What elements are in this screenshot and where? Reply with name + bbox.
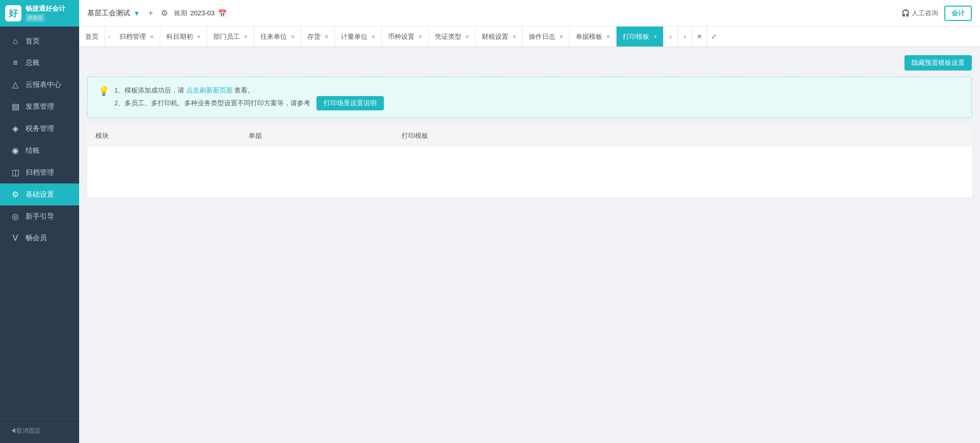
tab-dept[interactable]: 部门员工 ×	[207, 27, 254, 46]
page-content: 隐藏预置模板设置 💡 1、模板添加成功后，请 点击刷新新页面 查看。 2、多员工…	[79, 47, 980, 443]
info-line2-prefix: 2、多员工、多打印机、多种业务类型设置不同打印方案等，请参考	[114, 99, 310, 107]
kuaiji-button[interactable]: 会计	[944, 6, 972, 21]
lightbulb-icon: 💡	[98, 85, 109, 97]
topbar: 基层工会测试 ▼ ＋ ⚙ 账期 2023-03 📅 🎧 人工咨询 会计	[79, 0, 980, 27]
sidebar-item-reports[interactable]: △ 云报表中心	[0, 74, 79, 96]
info-line1-suffix: 查看。	[234, 86, 254, 94]
sidebar-item-label-invoice: 发票管理	[26, 102, 54, 111]
tab-tax-settings[interactable]: 财税设置 ×	[476, 27, 523, 46]
tab-voucher-type[interactable]: 凭证类型 ×	[429, 27, 476, 46]
tab-currency-close[interactable]: ×	[419, 33, 422, 40]
sidebar-item-archive[interactable]: ◫ 归档管理	[0, 161, 79, 183]
calendar-icon[interactable]: 📅	[218, 9, 227, 17]
settings-icon: ⚙	[10, 190, 20, 199]
sidebar-item-home[interactable]: ⌂ 首页	[0, 31, 79, 52]
hide-settings-button[interactable]: 隐藏预置模板设置	[904, 55, 972, 71]
sidebar-item-guide[interactable]: ◎ 新手引导	[0, 205, 79, 227]
service-button[interactable]: 🎧 人工咨询	[901, 9, 938, 18]
sidebar-nav: ⌂ 首页 ≡ 总账 △ 云报表中心 ▤ 发票管理 ◈ 税务管理 ◉ 结账 ◫ 归…	[0, 27, 79, 418]
logo-badge: 旗舰版	[26, 14, 45, 22]
company-settings-icon[interactable]: ⚙	[161, 8, 168, 18]
tab-scroll-left[interactable]: ‹	[664, 27, 678, 46]
tab-subject[interactable]: 科目期初 ×	[160, 27, 207, 46]
info-box: 💡 1、模板添加成功后，请 点击刷新新页面 查看。 2、多员工、多打印机、多种业…	[87, 77, 972, 118]
table-body	[87, 146, 972, 197]
tab-subject-label: 科目期初	[166, 32, 193, 41]
tab-archive[interactable]: 归档管理 ×	[113, 27, 160, 46]
tab-archive-label: 归档管理	[119, 32, 146, 41]
add-company-button[interactable]: ＋	[146, 8, 155, 18]
tab-subject-close[interactable]: ×	[197, 33, 201, 40]
tab-print-template[interactable]: 打印模板 ×	[617, 27, 664, 46]
member-icon: V	[10, 234, 20, 243]
period-label: 账期	[174, 9, 187, 18]
tax-icon: ◈	[10, 124, 20, 133]
home-icon: ⌂	[10, 37, 20, 46]
tab-home-label: 首页	[85, 32, 99, 41]
refresh-link[interactable]: 点击刷新新页面	[186, 86, 233, 94]
info-content: 1、模板添加成功后，请 点击刷新新页面 查看。 2、多员工、多打印机、多种业务类…	[114, 84, 961, 110]
tab-dept-label: 部门员工	[213, 32, 240, 41]
col-header-doc: 单据	[240, 131, 394, 141]
guide-icon: ◎	[10, 212, 20, 221]
tab-expand[interactable]: ⤢	[706, 27, 721, 46]
sidebar: 好 畅捷通好会计 旗舰版 ⌂ 首页 ≡ 总账 △ 云报表中心 ▤ 发票管理 ◈ …	[0, 0, 79, 443]
tab-unit[interactable]: 计量单位 ×	[335, 27, 382, 46]
sidebar-item-member[interactable]: V 畅会员	[0, 227, 79, 249]
ledger-icon: ≡	[10, 58, 20, 67]
sidebar-item-label-reports: 云报表中心	[26, 80, 61, 89]
archive-icon: ◫	[10, 168, 20, 177]
sidebar-logo: 好 畅捷通好会计 旗舰版	[0, 0, 79, 27]
col-header-template: 打印模板	[394, 131, 972, 141]
tab-contacts[interactable]: 往来单位 ×	[254, 27, 301, 46]
tab-inventory-close[interactable]: ×	[325, 33, 328, 40]
close-accounts-icon: ◉	[10, 146, 20, 155]
tab-inventory[interactable]: 存货 ×	[301, 27, 335, 46]
sidebar-item-label-settings: 基础设置	[26, 190, 54, 199]
company-dropdown-icon[interactable]: ▼	[133, 9, 140, 17]
tab-prev-icon[interactable]: ‹	[105, 33, 113, 40]
tab-print-template-close[interactable]: ×	[653, 33, 657, 40]
company-selector[interactable]: 基层工会测试 ▼	[87, 9, 140, 18]
tab-currency-label: 币种设置	[388, 32, 414, 41]
tab-contacts-close[interactable]: ×	[291, 33, 295, 40]
tab-home[interactable]: 首页	[79, 27, 105, 46]
tab-tax-settings-close[interactable]: ×	[512, 33, 516, 40]
logo-name: 畅捷通好会计	[26, 5, 65, 13]
sidebar-item-settings[interactable]: ⚙ 基础设置	[0, 183, 79, 205]
service-label: 人工咨询	[912, 9, 938, 18]
sidebar-item-invoice[interactable]: ▤ 发票管理	[0, 96, 79, 118]
tab-tax-settings-label: 财税设置	[482, 32, 508, 41]
tab-close-all[interactable]: ✕	[692, 27, 706, 46]
topbar-right: 🎧 人工咨询 会计	[901, 6, 972, 21]
reports-icon: △	[10, 80, 20, 89]
tab-archive-close[interactable]: ×	[150, 33, 154, 40]
tab-doc-template[interactable]: 单据模板 ×	[570, 27, 617, 46]
period-selector[interactable]: 账期 2023-03 📅	[174, 9, 227, 18]
sidebar-item-ledger[interactable]: ≡ 总账	[0, 52, 79, 74]
tab-unit-close[interactable]: ×	[372, 33, 375, 40]
tab-scroll-right[interactable]: ›	[678, 27, 692, 46]
info-line1-prefix: 1、模板添加成功后，请	[114, 86, 184, 94]
sidebar-item-tax[interactable]: ◈ 税务管理	[0, 118, 79, 139]
sidebar-item-label-guide: 新手引导	[26, 212, 54, 221]
logo-icon: 好	[5, 5, 21, 21]
headset-icon: 🎧	[901, 9, 910, 17]
info-line-2: 2、多员工、多打印机、多种业务类型设置不同打印方案等，请参考 打印场景设置说明	[114, 96, 961, 110]
tab-voucher-type-close[interactable]: ×	[465, 33, 469, 40]
tab-operation-log[interactable]: 操作日志 ×	[523, 27, 570, 46]
tab-currency[interactable]: 币种设置 ×	[382, 27, 429, 46]
tab-operation-log-label: 操作日志	[529, 32, 555, 41]
tab-dept-close[interactable]: ×	[244, 33, 248, 40]
tab-operation-log-close[interactable]: ×	[559, 33, 563, 40]
tab-print-template-label: 打印模板	[623, 32, 649, 41]
col-header-module: 模块	[87, 131, 240, 141]
print-scene-explain-button[interactable]: 打印场景设置说明	[316, 96, 384, 110]
tab-inventory-label: 存货	[307, 32, 321, 41]
tab-doc-template-close[interactable]: ×	[606, 33, 610, 40]
tab-unit-label: 计量单位	[341, 32, 368, 41]
sidebar-unpin[interactable]: ◀取消固定	[0, 418, 79, 443]
action-bar: 隐藏预置模板设置	[87, 55, 972, 71]
info-line-1: 1、模板添加成功后，请 点击刷新新页面 查看。	[114, 84, 961, 96]
sidebar-item-close[interactable]: ◉ 结账	[0, 139, 79, 161]
